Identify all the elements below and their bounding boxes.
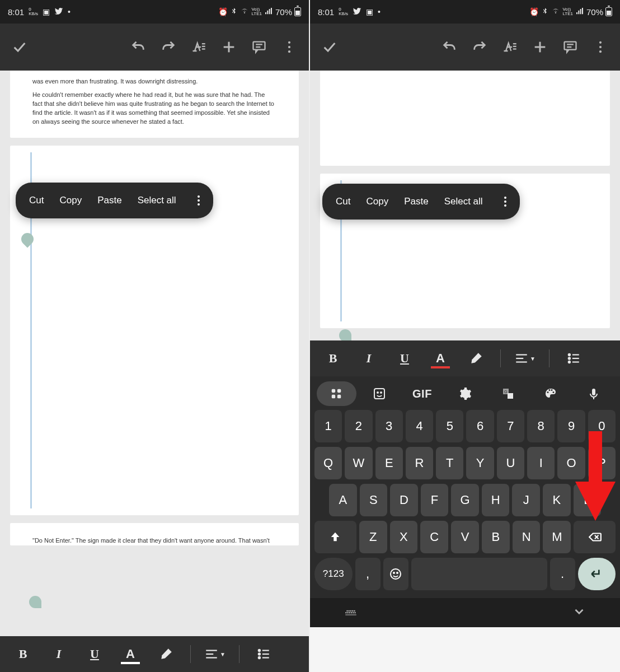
key-f[interactable]: F — [421, 484, 449, 516]
insert-button[interactable] — [527, 34, 553, 60]
key-d[interactable]: D — [390, 484, 418, 516]
key-u[interactable]: U — [497, 447, 524, 479]
bold-button[interactable]: B — [318, 347, 348, 370]
bullet-list-button[interactable] — [248, 643, 279, 665]
doc-page-top[interactable]: was even more than frustrating. It was d… — [10, 71, 299, 138]
insert-button[interactable] — [216, 34, 242, 60]
menu-cut[interactable]: Cut — [336, 196, 350, 207]
key-y[interactable]: Y — [466, 447, 494, 479]
more-button[interactable] — [588, 34, 613, 60]
doc-paragraph[interactable]: "Do Not Enter." The sign made it clear t… — [32, 536, 276, 545]
svg-point-14 — [259, 650, 260, 651]
key-m[interactable]: M — [543, 521, 571, 553]
comment-button[interactable] — [246, 34, 272, 60]
confirm-button[interactable] — [317, 34, 342, 60]
period-key[interactable]: . — [550, 558, 575, 590]
hide-keyboard-icon[interactable] — [572, 604, 586, 621]
menu-copy[interactable]: Copy — [366, 196, 388, 207]
kb-settings-icon[interactable] — [445, 381, 485, 406]
highlight-button[interactable] — [461, 347, 491, 370]
menu-paste[interactable]: Paste — [404, 196, 428, 207]
menu-select-all[interactable]: Select all — [138, 195, 176, 206]
key-1[interactable]: 1 — [314, 410, 342, 442]
highlight-button[interactable] — [151, 643, 181, 665]
key-a[interactable]: A — [329, 484, 357, 516]
menu-cut[interactable]: Cut — [29, 195, 44, 206]
backspace-key[interactable] — [574, 521, 616, 553]
kb-gif-button[interactable]: GIF — [402, 381, 442, 406]
selection-handle-bottom[interactable] — [339, 329, 351, 340]
selection-handle-bottom[interactable] — [29, 596, 41, 608]
key-i[interactable]: I — [527, 447, 555, 479]
text-color-button[interactable]: A — [115, 643, 145, 665]
key-z[interactable]: Z — [359, 521, 387, 553]
key-6[interactable]: 6 — [466, 410, 494, 442]
keyboard-row-bottom: ?123 , . — [313, 556, 617, 592]
enter-key[interactable] — [578, 558, 616, 590]
doc-page-top[interactable] — [320, 71, 610, 166]
document-area[interactable]: was even more than frustrating. It was d… — [0, 71, 309, 636]
underline-button[interactable]: U — [389, 347, 420, 370]
key-4[interactable]: 4 — [406, 410, 433, 442]
space-key[interactable] — [411, 558, 547, 590]
bold-button[interactable]: B — [8, 643, 38, 665]
key-5[interactable]: 5 — [436, 410, 463, 442]
svg-rect-62 — [352, 610, 353, 612]
redo-button[interactable] — [156, 34, 181, 60]
more-button[interactable] — [276, 34, 302, 60]
kb-mic-icon[interactable] — [574, 381, 613, 406]
text-format-button[interactable] — [497, 34, 523, 60]
kb-theme-icon[interactable] — [531, 381, 571, 406]
undo-button[interactable] — [436, 34, 462, 60]
key-c[interactable]: C — [420, 521, 448, 553]
menu-more[interactable] — [499, 197, 512, 207]
text-format-button[interactable] — [186, 34, 212, 60]
comma-key[interactable]: , — [355, 558, 381, 590]
key-h[interactable]: H — [482, 484, 510, 516]
key-k[interactable]: K — [543, 484, 571, 516]
key-q[interactable]: Q — [314, 447, 342, 479]
key-t[interactable]: T — [436, 447, 463, 479]
text-color-button[interactable]: A — [425, 347, 455, 370]
emoji-key[interactable] — [383, 558, 408, 590]
key-b[interactable]: B — [482, 521, 510, 553]
keyboard-toggle-icon[interactable] — [344, 604, 358, 621]
svg-rect-63 — [354, 610, 355, 612]
key-j[interactable]: J — [512, 484, 540, 516]
kb-sticker-icon[interactable] — [360, 381, 400, 406]
align-button[interactable]: ▼ — [510, 347, 540, 370]
doc-paragraph[interactable]: He couldn't remember exactly where he ha… — [32, 91, 276, 127]
key-2[interactable]: 2 — [345, 410, 372, 442]
comment-button[interactable] — [557, 34, 583, 60]
symbols-key[interactable]: ?123 — [314, 558, 353, 590]
key-7[interactable]: 7 — [497, 410, 524, 442]
doc-paragraph[interactable]: was even more than frustrating. It was d… — [32, 77, 276, 86]
confirm-button[interactable] — [7, 34, 32, 60]
key-r[interactable]: R — [406, 447, 433, 479]
key-x[interactable]: X — [390, 521, 418, 553]
key-s[interactable]: S — [360, 484, 388, 516]
menu-paste[interactable]: Paste — [97, 195, 121, 206]
key-n[interactable]: N — [513, 521, 541, 553]
shift-key[interactable] — [314, 521, 356, 553]
italic-button[interactable]: I — [354, 347, 384, 370]
redo-button[interactable] — [467, 34, 492, 60]
underline-button[interactable]: U — [79, 643, 110, 665]
key-8[interactable]: 8 — [527, 410, 555, 442]
document-area[interactable]: Cut Copy Paste Select all — [310, 71, 620, 340]
align-button[interactable]: ▼ — [200, 643, 230, 665]
key-w[interactable]: W — [345, 447, 372, 479]
bullet-list-button[interactable] — [558, 347, 589, 370]
menu-select-all[interactable]: Select all — [444, 196, 483, 207]
menu-copy[interactable]: Copy — [59, 195, 82, 206]
menu-more[interactable] — [192, 195, 205, 206]
kb-translate-icon[interactable]: G — [488, 381, 528, 406]
italic-button[interactable]: I — [44, 643, 74, 665]
doc-page-bottom[interactable]: "Do Not Enter." The sign made it clear t… — [10, 523, 299, 545]
key-v[interactable]: V — [451, 521, 479, 553]
kb-apps-icon[interactable] — [317, 381, 356, 406]
key-3[interactable]: 3 — [375, 410, 403, 442]
key-e[interactable]: E — [375, 447, 403, 479]
key-g[interactable]: G — [451, 484, 479, 516]
undo-button[interactable] — [125, 34, 151, 60]
